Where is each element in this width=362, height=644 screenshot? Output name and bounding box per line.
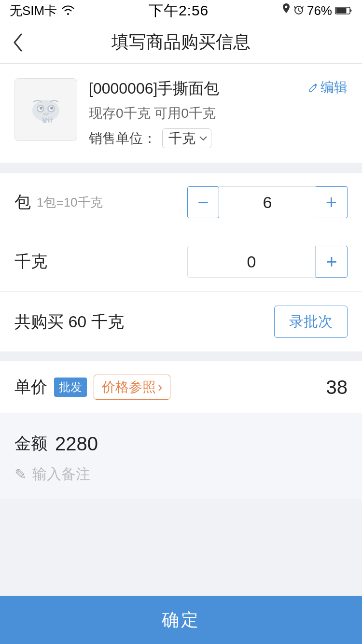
product-card: 智计 [0000006]手撕面包 编辑 现存0千克 可用0千克 销售单位： 千克: [0, 64, 362, 163]
price-label: 单价: [14, 376, 47, 398]
price-ref-button[interactable]: 价格参照 ›: [94, 375, 170, 400]
svg-point-9: [50, 107, 53, 110]
total-amount: 60: [68, 312, 86, 331]
qty-control-kg: +: [187, 246, 348, 278]
qty-unit-kg: 千克: [14, 251, 47, 273]
product-name: [0000006]手撕面包: [89, 78, 302, 99]
qty-plus-kg[interactable]: +: [316, 246, 348, 278]
qty-unit-bao: 包: [14, 191, 31, 213]
page-title: 填写商品购买信息: [111, 30, 251, 54]
battery-icon: [335, 3, 352, 18]
qty-label-kg: 千克: [14, 251, 47, 273]
qty-hint-bao: 1包=10千克: [37, 194, 103, 211]
edit-button[interactable]: 编辑: [308, 78, 348, 97]
total-row: 共购买 60 千克 录批次: [0, 292, 362, 351]
status-time: 下午2:56: [149, 1, 209, 21]
qty-label-bao: 包 1包=10千克: [14, 191, 103, 213]
amount-section: 金额 2280 ✎ 输入备注: [0, 413, 362, 499]
record-batch-button[interactable]: 录批次: [274, 306, 348, 338]
amount-row: 金额 2280: [14, 428, 348, 464]
amount-label: 金额: [14, 433, 47, 455]
remark-placeholder: 输入备注: [32, 464, 90, 484]
unit-label: 销售单位：: [89, 129, 156, 148]
separator-2: [0, 351, 362, 361]
status-bar: 无SIM卡 下午2:56 76%: [0, 0, 362, 21]
product-unit-row: 销售单位： 千克 包 克: [89, 128, 348, 148]
qty-row-bao: 包 1包=10千克 − +: [0, 173, 362, 232]
carrier-label: 无SIM卡: [10, 2, 57, 19]
quantity-section: 包 1包=10千克 − + 千克 +: [0, 173, 362, 292]
back-button[interactable]: [12, 32, 23, 53]
svg-point-8: [40, 107, 42, 110]
product-info: [0000006]手撕面包 编辑 现存0千克 可用0千克 销售单位： 千克 包 …: [89, 78, 348, 148]
confirm-label: 确定: [162, 608, 200, 632]
price-section: 单价 批发 价格参照 › 38: [0, 361, 362, 413]
unit-select[interactable]: 千克 包 克: [162, 128, 211, 148]
svg-text:智计: 智计: [41, 117, 54, 124]
battery-percent: 76%: [307, 3, 332, 18]
status-right: 76%: [282, 3, 352, 18]
price-ref-arrow: ›: [158, 379, 162, 395]
qty-control-bao: − +: [187, 186, 348, 218]
nav-bar: 填写商品购买信息: [0, 21, 362, 64]
qty-plus-bao[interactable]: +: [316, 186, 348, 218]
product-stock: 现存0千克 可用0千克: [89, 104, 348, 123]
remark-row[interactable]: ✎ 输入备注: [14, 464, 348, 499]
amount-value: 2280: [55, 433, 98, 455]
qty-row-kg: 千克 +: [0, 232, 362, 292]
alarm-icon: [293, 3, 304, 18]
svg-rect-2: [336, 8, 346, 13]
qty-input-bao[interactable]: [219, 186, 316, 218]
location-icon: [282, 3, 291, 18]
confirm-bar[interactable]: 确定: [0, 596, 362, 644]
batch-tag: 批发: [54, 378, 87, 397]
wifi-icon: [61, 3, 75, 18]
total-unit: 千克: [91, 312, 124, 331]
separator-1: [0, 163, 362, 173]
qty-input-kg[interactable]: [187, 246, 316, 278]
main-content: 智计 [0000006]手撕面包 编辑 现存0千克 可用0千克 销售单位： 千克: [0, 64, 362, 644]
product-top-row: [0000006]手撕面包 编辑: [89, 78, 348, 99]
remark-icon: ✎: [14, 466, 27, 483]
status-left: 无SIM卡: [10, 2, 75, 19]
total-label: 共购买 60 千克: [14, 311, 124, 333]
qty-minus-bao[interactable]: −: [187, 186, 219, 218]
product-thumbnail: 智计: [14, 78, 77, 141]
price-left: 单价 批发 价格参照 ›: [14, 375, 170, 400]
price-value: 38: [326, 377, 348, 398]
